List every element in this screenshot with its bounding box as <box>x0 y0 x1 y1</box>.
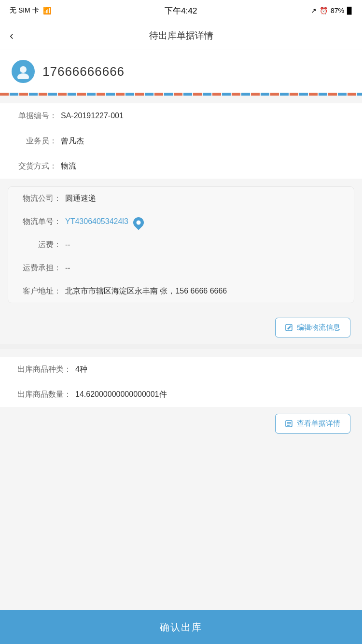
logistics-company-value: 圆通速递 <box>65 193 344 204</box>
battery-icon: ▉ <box>347 7 352 14</box>
svg-point-0 <box>20 66 27 73</box>
logistics-card: 物流公司： 圆通速递 物流单号： YT43064053424l3 运费： -- … <box>8 186 354 303</box>
avatar <box>12 60 35 83</box>
sales-rep-row: 业务员： 曾凡杰 <box>0 128 362 154</box>
address-label: 客户地址： <box>18 285 61 297</box>
back-icon: ‹ <box>10 29 14 42</box>
goods-quantity-value: 14.62000000000000001件 <box>75 389 348 400</box>
view-detail-label: 查看单据详情 <box>297 419 340 428</box>
sales-rep-value: 曾凡杰 <box>61 135 348 147</box>
nav-bar: ‹ 待出库单据详情 <box>0 21 362 50</box>
logistics-tracking-value: YT43064053424l3 <box>65 216 344 227</box>
address-value: 北京市市辖区海淀区永丰南 张，156 6666 6666 <box>65 285 344 297</box>
document-number-label: 单据编号： <box>14 110 57 122</box>
status-bar: 无 SIM 卡 📶 下午4:42 ↗ ⏰ 87% ▉ <box>0 0 362 21</box>
status-time: 下午4:42 <box>165 5 197 16</box>
back-button[interactable]: ‹ <box>6 25 17 46</box>
location-icon: ↗ <box>311 7 317 14</box>
battery-text: 87% <box>331 7 344 14</box>
customer-phone: 17666666666 <box>42 64 125 79</box>
confirm-button[interactable]: 确认出库 <box>0 610 362 644</box>
goods-types-value: 4种 <box>75 364 348 375</box>
edit-icon <box>285 324 293 332</box>
alarm-icon: ⏰ <box>320 7 328 14</box>
freight-label: 运费： <box>18 239 61 251</box>
freight-row: 运费： -- <box>8 233 354 256</box>
list-icon <box>285 420 293 428</box>
logistics-company-row: 物流公司： 圆通速递 <box>8 187 354 210</box>
view-detail-button[interactable]: 查看单据详情 <box>275 414 350 434</box>
edit-logistics-button[interactable]: 编辑物流信息 <box>275 318 350 337</box>
delivery-row: 交货方式： 物流 <box>0 154 362 179</box>
freight-bearer-row: 运费承担： -- <box>8 256 354 280</box>
goods-types-label: 出库商品种类： <box>14 364 71 375</box>
gray-separator <box>0 344 362 349</box>
goods-info-section: 出库商品种类： 4种 出库商品数量： 14.62000000000000001件 <box>0 357 362 407</box>
edit-logistics-label: 编辑物流信息 <box>297 323 340 332</box>
location-pin-icon[interactable] <box>131 215 146 230</box>
delivery-value: 物流 <box>61 160 348 172</box>
document-info-section: 单据编号： SA-20191227-001 业务员： 曾凡杰 交货方式： 物流 <box>0 103 362 179</box>
freight-value: -- <box>65 239 344 251</box>
delivery-label: 交货方式： <box>14 160 57 172</box>
carrier-text: 无 SIM 卡 <box>10 6 39 15</box>
status-indicators: ↗ ⏰ 87% ▉ <box>311 7 352 14</box>
tracking-number: YT43064053424l3 <box>65 216 128 227</box>
sales-rep-label: 业务员： <box>14 135 57 147</box>
logistics-tracking-label: 物流单号： <box>18 216 61 227</box>
nav-title: 待出库单据详情 <box>149 29 213 42</box>
address-row: 客户地址： 北京市市辖区海淀区永丰南 张，156 6666 6666 <box>8 280 354 303</box>
edit-logistics-action-row: 编辑物流信息 <box>0 311 362 344</box>
view-detail-action-row: 查看单据详情 <box>0 407 362 440</box>
freight-bearer-label: 运费承担： <box>18 262 61 274</box>
status-carrier: 无 SIM 卡 📶 <box>10 6 51 15</box>
logistics-company-label: 物流公司： <box>18 193 61 204</box>
document-number-value: SA-20191227-001 <box>61 110 348 122</box>
svg-point-1 <box>17 73 29 79</box>
goods-quantity-label: 出库商品数量： <box>14 389 71 400</box>
wifi-icon: 📶 <box>43 7 51 14</box>
avatar-icon <box>15 64 31 79</box>
dashed-divider <box>0 93 362 96</box>
logistics-tracking-row: 物流单号： YT43064053424l3 <box>8 210 354 233</box>
freight-bearer-value: -- <box>65 262 344 274</box>
goods-quantity-row: 出库商品数量： 14.62000000000000001件 <box>0 382 362 407</box>
goods-types-row: 出库商品种类： 4种 <box>0 357 362 382</box>
confirm-button-label: 确认出库 <box>160 621 202 634</box>
customer-header: 17666666666 <box>0 50 362 93</box>
document-number-row: 单据编号： SA-20191227-001 <box>0 103 362 128</box>
